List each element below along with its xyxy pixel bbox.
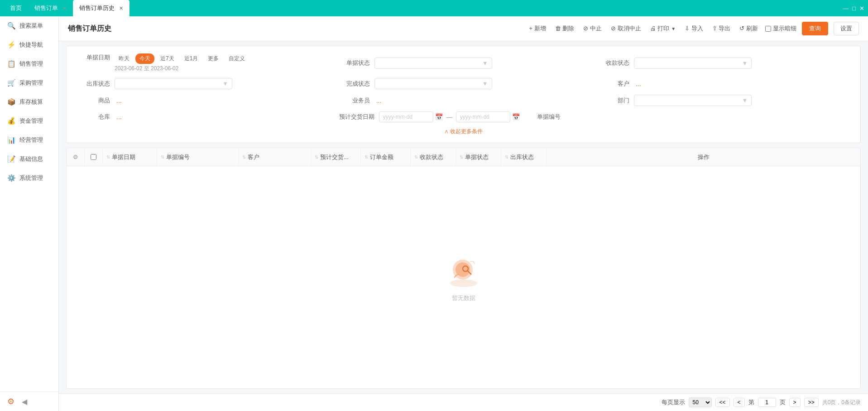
tab-sales-order[interactable]: 销售订单 ✕: [28, 0, 73, 16]
th-outstock: ⇅ 出库状态: [501, 149, 547, 166]
delete-btn[interactable]: 🗑 删除: [553, 24, 576, 33]
display-col-checkbox[interactable]: 显示暗细: [765, 24, 796, 33]
sidebar-settings-btn[interactable]: ⚙: [7, 396, 14, 406]
new-btn[interactable]: + 新增: [528, 24, 548, 33]
delivery-date-from[interactable]: yyyy-mm-dd: [379, 111, 433, 122]
sidebar-item-quick-nav[interactable]: ⚡ 快捷导航: [0, 35, 58, 54]
select-all-checkbox[interactable]: [91, 154, 96, 160]
page-size-label: 每页显示: [662, 398, 685, 406]
th-outstock-label: 出库状态: [510, 153, 534, 161]
delivery-date-range: yyyy-mm-dd 📅 — yyyy-mm-dd 📅: [379, 111, 520, 122]
th-delivery-label: 预计交货...: [320, 153, 349, 161]
delivery-date-to[interactable]: yyyy-mm-dd: [456, 111, 510, 122]
print-btn[interactable]: 🖨 打印 ▼: [648, 24, 678, 33]
sort-up-icon[interactable]: ⇅: [106, 155, 110, 160]
sidebar: 🔍 搜索菜单 ⚡ 快捷导航 📋 销售管理 🛒 采购管理 📦 库存核算 💰 资金管…: [0, 16, 59, 411]
export-btn[interactable]: ⇧ 导出: [710, 24, 733, 33]
tab-home-label: 首页: [10, 4, 22, 12]
th-check[interactable]: [85, 150, 103, 164]
docstatus-select[interactable]: ▼: [374, 58, 492, 69]
date-tag-more[interactable]: 更多: [204, 53, 223, 64]
goods-ellipsis[interactable]: ...: [115, 97, 124, 104]
sort-customer-icon[interactable]: ⇅: [242, 155, 246, 160]
collectstatus-chevron: ▼: [742, 60, 748, 67]
last-page-btn[interactable]: >>: [804, 398, 819, 407]
sort-delivery-icon[interactable]: ⇅: [315, 155, 318, 160]
settings-icon[interactable]: ⚙: [73, 154, 78, 160]
sidebar-item-basic-info[interactable]: 📝 基础信息: [0, 150, 58, 169]
date-tag-7days[interactable]: 近7天: [156, 53, 178, 64]
date-tag-1month[interactable]: 近1月: [180, 53, 202, 64]
import-btn[interactable]: ⇩ 导入: [683, 24, 705, 33]
sidebar-collapse-btn[interactable]: ◀: [22, 397, 27, 406]
window-max-btn[interactable]: □: [852, 5, 856, 12]
sidebar-item-search-menu[interactable]: 🔍 搜索菜单: [0, 16, 58, 35]
tab-sales-history-close[interactable]: ✕: [119, 5, 123, 11]
date-tags: 昨天 今天 近7天 近1月 更多 自定义: [115, 53, 249, 64]
display-col-label: 显示暗细: [773, 24, 796, 33]
sort-docno-icon[interactable]: ⇅: [161, 155, 164, 160]
sort-amount-icon[interactable]: ⇅: [364, 155, 368, 160]
collectstatus-select[interactable]: ▼: [634, 58, 752, 69]
import-btn-label: ⇩ 导入: [685, 24, 703, 33]
sort-collect-icon[interactable]: ⇅: [414, 155, 418, 160]
prev-page-btn[interactable]: <: [734, 398, 745, 407]
date-tag-yesterday[interactable]: 昨天: [115, 53, 134, 64]
warehouse-ellipsis[interactable]: ...: [115, 113, 124, 121]
sidebar-item-purchase-mgmt[interactable]: 🛒 采购管理: [0, 73, 58, 92]
dept-label: 部门: [593, 97, 634, 105]
customer-ellipsis[interactable]: ...: [634, 80, 643, 87]
stop-btn[interactable]: ⊘ 中止: [581, 24, 604, 33]
finance-icon: 💰: [7, 117, 16, 125]
dept-select[interactable]: ▼: [634, 95, 752, 106]
filter-row-4: 仓库 ... 预计交货日期 yyyy-mm-dd 📅 — yyyy-mm-dd …: [74, 111, 853, 122]
window-min-btn[interactable]: —: [843, 5, 849, 12]
refresh-btn[interactable]: ↺ 刷新: [738, 24, 760, 33]
sidebar-item-inventory-label: 库存核算: [19, 98, 43, 106]
total-info: 共0页，0条记录: [822, 399, 861, 406]
sidebar-item-system[interactable]: ⚙️ 系统管理: [0, 169, 58, 188]
next-page-btn[interactable]: >: [789, 398, 801, 407]
cancel-stop-btn[interactable]: ⊘ 取消中止: [609, 24, 643, 33]
print-dropdown-icon[interactable]: ▼: [671, 26, 676, 31]
cal-to-icon[interactable]: 📅: [512, 113, 520, 121]
filter-dept-col: 部门 ▼: [593, 95, 853, 106]
cancel-stop-btn-label: ⊘ 取消中止: [611, 24, 641, 33]
outstatus-select[interactable]: ▼: [115, 78, 232, 89]
sidebar-item-inventory[interactable]: 📦 库存核算: [0, 92, 58, 111]
th-amount-label: 订单金额: [370, 153, 393, 161]
completestatus-chevron: ▼: [482, 80, 488, 87]
sort-outstock-icon[interactable]: ⇅: [505, 155, 508, 160]
tab-sales-order-close[interactable]: ✕: [62, 5, 67, 11]
display-col-input[interactable]: [765, 26, 771, 32]
setting-btn[interactable]: 设置: [834, 22, 859, 35]
completestatus-label: 完成状态: [334, 80, 374, 88]
sort-status-icon[interactable]: ⇅: [460, 155, 463, 160]
window-close-btn[interactable]: ✕: [859, 5, 864, 12]
tab-sales-history[interactable]: 销售订单历史 ✕: [73, 0, 129, 16]
th-op-label: 操作: [698, 153, 710, 161]
inventory-icon: 📦: [7, 98, 16, 106]
th-settings[interactable]: ⚙: [67, 149, 85, 165]
page-size-select[interactable]: 50 20 100: [689, 397, 712, 407]
tab-home[interactable]: 首页: [4, 0, 28, 16]
date-tag-today[interactable]: 今天: [135, 53, 154, 64]
quick-nav-icon: ⚡: [7, 41, 16, 49]
cal-from-icon[interactable]: 📅: [435, 113, 443, 121]
date-tag-custom[interactable]: 自定义: [225, 53, 249, 64]
sidebar-item-finance[interactable]: 💰 资金管理: [0, 111, 58, 131]
query-btn[interactable]: 查询: [802, 22, 828, 35]
goods-label: 商品: [74, 97, 115, 105]
main-layout: 🔍 搜索菜单 ⚡ 快捷导航 📋 销售管理 🛒 采购管理 📦 库存核算 💰 资金管…: [0, 16, 868, 411]
salesman-ellipsis[interactable]: ...: [374, 97, 384, 104]
warehouse-label: 仓库: [74, 113, 115, 121]
filter-section: 单据日期 昨天 今天 近7天 近1月 更多 自定义 2023-06-02 至 2…: [66, 46, 861, 143]
page-number-input[interactable]: [758, 398, 776, 407]
completestatus-select[interactable]: ▼: [374, 78, 492, 89]
sidebar-item-sales-mgmt[interactable]: 📋 销售管理: [0, 54, 58, 73]
first-page-btn[interactable]: <<: [715, 398, 730, 407]
filter-date-col: 单据日期 昨天 今天 近7天 近1月 更多 自定义 2023-06-02 至 2…: [74, 53, 334, 73]
collapse-btn[interactable]: ∧ 收起更多条件: [444, 128, 483, 135]
sidebar-item-operations[interactable]: 📊 经营管理: [0, 131, 58, 150]
empty-icon: [446, 252, 482, 289]
